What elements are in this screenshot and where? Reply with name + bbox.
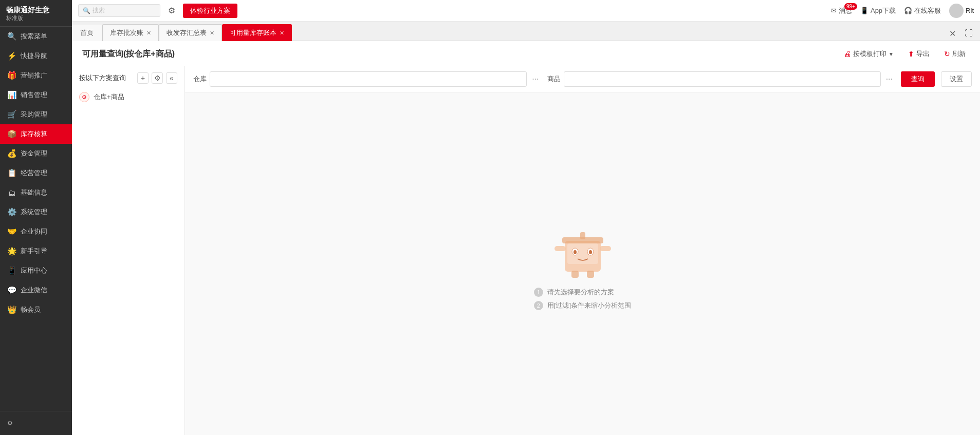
topbar-search-box[interactable]: 🔍 搜索 [78, 4, 160, 17]
sidebar-item-operation[interactable]: 📋经营管理 [0, 163, 72, 183]
goods-field: 商品 ··· [547, 71, 895, 87]
online-service-btn[interactable]: 🎧 在线客服 [904, 6, 941, 15]
export-icon: ⬆ [908, 50, 914, 58]
marketing-icon: 🎁 [7, 71, 16, 80]
svg-rect-9 [600, 246, 611, 251]
sidebar-item-wechat[interactable]: 💬企业微信 [0, 280, 72, 300]
base-icon: 🗂 [7, 188, 16, 197]
sidebar-item-label-inventory: 库存核算 [21, 129, 47, 139]
filter-collapse-btn[interactable]: « [166, 72, 177, 84]
empty-svg [552, 218, 614, 279]
sidebar-item-newbie[interactable]: 🌟新手引导 [0, 241, 72, 261]
goods-more-btn[interactable]: ··· [884, 74, 895, 84]
filter-settings-btn[interactable]: ⚙ [152, 72, 163, 84]
logo-sub: 标准版 [6, 14, 66, 22]
sidebar-item-label-appstore: 应用中心 [21, 266, 47, 275]
message-btn[interactable]: ✉ 消息 99+ [831, 6, 852, 15]
tab-inventory-batch-close[interactable]: ✕ [146, 30, 151, 36]
sidebar-item-member[interactable]: 👑畅会员 [0, 300, 72, 319]
tab-collect-account-label: 收发存汇总表 [167, 28, 207, 37]
industry-solution-btn[interactable]: 体验行业方案 [183, 4, 237, 18]
logo-title: 畅康通好生意 [6, 5, 66, 14]
enterprise-icon: 🤝 [7, 227, 16, 236]
sidebar-item-search[interactable]: 🔍搜索菜单 [0, 27, 72, 46]
filter-panel: 按以下方案查询 + ⚙ « ⚙ 仓库+商品 [72, 66, 185, 435]
tab-close-btn[interactable]: ✕ [945, 26, 959, 41]
sidebar-item-appstore[interactable]: 📱应用中心 [0, 261, 72, 280]
user-avatar-btn[interactable]: Rit [949, 4, 974, 18]
hint-text-1: 请先选择要分析的方案 [547, 288, 614, 297]
sidebar-item-base[interactable]: 🗂基础信息 [0, 183, 72, 202]
warehouse-input[interactable] [210, 71, 527, 87]
sidebar-item-quick-nav[interactable]: ⚡快捷导航 [0, 46, 72, 66]
sidebar-item-sales[interactable]: 📊销售管理 [0, 85, 72, 105]
search-icon: 🔍 [83, 7, 90, 14]
filter-item-icon: ⚙ [79, 92, 89, 102]
sidebar-item-label-search: 搜索菜单 [21, 32, 47, 41]
collapse-icon: « [170, 74, 174, 82]
tab-home[interactable]: 首页 [72, 25, 102, 41]
warehouse-more-btn[interactable]: ··· [530, 74, 541, 84]
sidebar-item-finance[interactable]: 💰资金管理 [0, 144, 72, 163]
query-submit-btn[interactable]: 查询 [901, 71, 935, 87]
sidebar-item-label-marketing: 营销推广 [21, 71, 47, 80]
filter-header-title: 按以下方案查询 [79, 73, 126, 83]
refresh-btn[interactable]: ↻ 刷新 [940, 47, 970, 61]
print-icon: 🖨 [844, 50, 851, 58]
sidebar: 畅康通好生意 标准版 🔍搜索菜单⚡快捷导航🎁营销推广📊销售管理🛒采购管理📦库存核… [0, 0, 72, 435]
app-download-btn[interactable]: 📱 App下载 [860, 6, 896, 15]
empty-hint-1: 1 请先选择要分析的方案 [534, 288, 631, 297]
hint-num-1: 1 [534, 288, 543, 297]
page-title: 可用量查询(按仓库+商品) [82, 49, 175, 60]
svg-rect-7 [580, 232, 585, 239]
tab-available-ledger[interactable]: 可用量库存账本 ✕ [222, 24, 292, 41]
online-service-label: 在线客服 [914, 6, 941, 15]
hint-num-2: 2 [534, 301, 543, 310]
sidebar-item-label-member: 畅会员 [21, 305, 41, 314]
filter-item-label: 仓库+商品 [94, 92, 124, 102]
sidebar-item-label-system: 系统管理 [21, 207, 47, 217]
sidebar-item-inventory[interactable]: 📦库存核算 [0, 124, 72, 144]
tab-expand-btn[interactable]: ⛶ [961, 26, 976, 41]
warehouse-label: 仓库 [193, 74, 207, 84]
filter-add-btn[interactable]: + [137, 72, 149, 84]
tab-inventory-batch[interactable]: 库存批次账 ✕ [102, 24, 159, 41]
settings-icon: ⚙ [7, 420, 13, 427]
refresh-label: 刷新 [952, 49, 966, 59]
filter-item-warehouse-goods[interactable]: ⚙ 仓库+商品 [72, 88, 184, 106]
main-area: 🔍 搜索 ⚙ 体验行业方案 ✉ 消息 99+ 📱 App下载 🎧 在线客服 Ri… [72, 0, 980, 435]
tab-collect-account-close[interactable]: ✕ [210, 30, 214, 36]
tab-collect-account[interactable]: 收发存汇总表 ✕ [159, 24, 222, 41]
sidebar-bottom-settings[interactable]: ⚙ [0, 415, 72, 431]
system-icon: ⚙️ [7, 207, 16, 217]
tab-available-ledger-close[interactable]: ✕ [280, 30, 284, 36]
topbar-gear-btn[interactable]: ⚙ [164, 4, 179, 18]
sidebar-item-label-enterprise: 企业协同 [21, 227, 47, 236]
query-settings-btn[interactable]: 设置 [941, 71, 972, 87]
tab-inventory-batch-label: 库存批次账 [110, 28, 143, 37]
tabbar: 首页 库存批次账 ✕ 收发存汇总表 ✕ 可用量库存账本 ✕ ✕ ⛶ [72, 22, 980, 41]
svg-rect-11 [587, 271, 594, 278]
add-icon: + [141, 74, 145, 82]
sidebar-item-marketing[interactable]: 🎁营销推广 [0, 66, 72, 85]
search-placeholder-text: 搜索 [93, 6, 105, 15]
print-dropdown-icon: ▼ [889, 51, 894, 57]
export-btn[interactable]: ⬆ 导出 [904, 47, 934, 61]
svg-point-4 [574, 250, 577, 254]
sidebar-menu: 🔍搜索菜单⚡快捷导航🎁营销推广📊销售管理🛒采购管理📦库存核算💰资金管理📋经营管理… [0, 27, 72, 411]
sidebar-item-label-sales: 销售管理 [21, 90, 47, 100]
sidebar-item-label-base: 基础信息 [21, 188, 47, 197]
sidebar-item-label-wechat: 企业微信 [21, 286, 47, 295]
headset-icon: 🎧 [904, 7, 912, 14]
sidebar-item-label-operation: 经营管理 [21, 168, 47, 178]
sales-icon: 📊 [7, 90, 16, 100]
print-btn[interactable]: 🖨 按模板打印 ▼ [840, 47, 898, 61]
goods-label: 商品 [547, 74, 561, 84]
sidebar-item-purchase[interactable]: 🛒采购管理 [0, 105, 72, 124]
goods-input[interactable] [564, 71, 881, 87]
sidebar-item-label-finance: 资金管理 [21, 149, 47, 158]
main-content: 仓库 ··· 商品 ··· 查询 设置 [185, 66, 980, 435]
sidebar-item-system[interactable]: ⚙️系统管理 [0, 202, 72, 222]
hint-text-2: 用[过滤]条件来缩小分析范围 [547, 301, 631, 310]
sidebar-item-enterprise[interactable]: 🤝企业协同 [0, 222, 72, 241]
